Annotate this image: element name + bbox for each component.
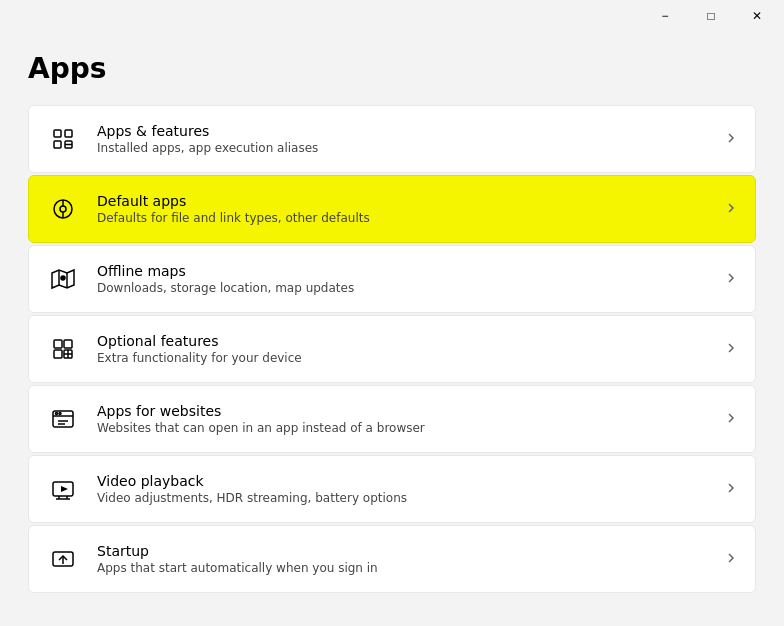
chevron-icon (723, 270, 739, 289)
item-subtitle: Apps that start automatically when you s… (97, 561, 378, 575)
close-button[interactable]: ✕ (734, 0, 780, 32)
minimize-button[interactable]: − (642, 0, 688, 32)
item-text: Video playback Video adjustments, HDR st… (97, 473, 407, 505)
item-left: Optional features Extra functionality fo… (45, 331, 302, 367)
settings-item-default-apps[interactable]: Default apps Defaults for file and link … (28, 175, 756, 243)
item-title: Apps for websites (97, 403, 425, 419)
default-apps-icon (45, 191, 81, 227)
item-left: Startup Apps that start automatically wh… (45, 541, 378, 577)
chevron-icon (723, 550, 739, 569)
item-title: Offline maps (97, 263, 354, 279)
svg-rect-0 (54, 130, 61, 137)
svg-marker-29 (61, 486, 68, 492)
settings-item-optional-features[interactable]: Optional features Extra functionality fo… (28, 315, 756, 383)
item-text: Startup Apps that start automatically wh… (97, 543, 378, 575)
maximize-button[interactable]: □ (688, 0, 734, 32)
item-left: Default apps Defaults for file and link … (45, 191, 370, 227)
svg-rect-1 (65, 130, 72, 137)
item-subtitle: Downloads, storage location, map updates (97, 281, 354, 295)
settings-list: Apps & features Installed apps, app exec… (28, 105, 756, 593)
chevron-icon (723, 480, 739, 499)
svg-point-6 (60, 206, 66, 212)
item-subtitle: Extra functionality for your device (97, 351, 302, 365)
item-text: Apps & features Installed apps, app exec… (97, 123, 318, 155)
item-left: Apps for websites Websites that can open… (45, 401, 425, 437)
settings-item-video-playback[interactable]: Video playback Video adjustments, HDR st… (28, 455, 756, 523)
chevron-icon (723, 130, 739, 149)
settings-item-apps-features[interactable]: Apps & features Installed apps, app exec… (28, 105, 756, 173)
item-title: Video playback (97, 473, 407, 489)
page-content: Apps Apps & features Installed apps, app… (0, 32, 784, 613)
apps-websites-icon (45, 401, 81, 437)
svg-rect-15 (54, 350, 62, 358)
item-left: Apps & features Installed apps, app exec… (45, 121, 318, 157)
item-subtitle: Websites that can open in an app instead… (97, 421, 425, 435)
offline-maps-icon (45, 261, 81, 297)
item-title: Startup (97, 543, 378, 559)
item-subtitle: Defaults for file and link types, other … (97, 211, 370, 225)
chevron-icon (723, 200, 739, 219)
item-subtitle: Installed apps, app execution aliases (97, 141, 318, 155)
settings-item-startup[interactable]: Startup Apps that start automatically wh… (28, 525, 756, 593)
startup-icon (45, 541, 81, 577)
item-left: Video playback Video adjustments, HDR st… (45, 471, 407, 507)
item-text: Optional features Extra functionality fo… (97, 333, 302, 365)
svg-rect-2 (54, 141, 61, 148)
item-subtitle: Video adjustments, HDR streaming, batter… (97, 491, 407, 505)
svg-point-12 (61, 276, 65, 280)
svg-rect-14 (64, 340, 72, 348)
item-text: Apps for websites Websites that can open… (97, 403, 425, 435)
optional-features-icon (45, 331, 81, 367)
item-text: Default apps Defaults for file and link … (97, 193, 370, 225)
video-playback-icon (45, 471, 81, 507)
item-text: Offline maps Downloads, storage location… (97, 263, 354, 295)
page-title: Apps (28, 52, 756, 85)
svg-point-21 (56, 413, 58, 415)
chevron-icon (723, 410, 739, 429)
item-title: Optional features (97, 333, 302, 349)
item-title: Default apps (97, 193, 370, 209)
svg-point-22 (59, 413, 61, 415)
chevron-icon (723, 340, 739, 359)
title-bar: − □ ✕ (0, 0, 784, 32)
item-left: Offline maps Downloads, storage location… (45, 261, 354, 297)
apps-features-icon (45, 121, 81, 157)
svg-rect-13 (54, 340, 62, 348)
settings-item-apps-websites[interactable]: Apps for websites Websites that can open… (28, 385, 756, 453)
settings-item-offline-maps[interactable]: Offline maps Downloads, storage location… (28, 245, 756, 313)
item-title: Apps & features (97, 123, 318, 139)
